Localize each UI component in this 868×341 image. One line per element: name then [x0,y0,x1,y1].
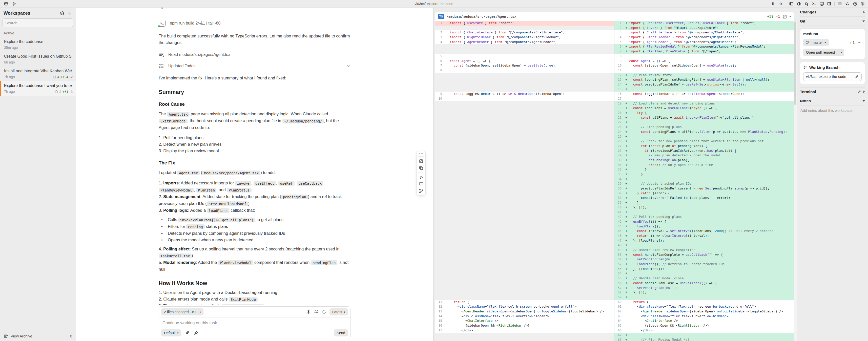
diff-row: 14+ const previousPlanIdsRef = useRef<Se… [614,82,794,87]
line-number: 5 [435,54,444,59]
diff-marker: + [624,106,629,111]
diff-marker: + [624,219,629,224]
pen-button[interactable] [194,331,198,335]
collapse-icon[interactable] [778,1,783,6]
panel-left-icon[interactable] [789,1,794,6]
version-dropdown[interactable]: Latest ▾ [330,308,348,315]
view-archive-button[interactable]: View Archive 0 [0,331,76,341]
text: , and [216,187,227,192]
version-label: Latest [332,310,342,314]
add-workspace-button[interactable] [68,11,73,16]
diff-row: 58+ }, []); [614,290,794,295]
notes-section-header[interactable]: Notes [800,96,865,105]
code-line: // Handle plan review completion [629,248,794,252]
titlebar-left-icons [0,1,17,6]
diff-marker: + [624,177,629,182]
code-line: {/* Plan Review Modal */} [629,337,794,341]
changes-section-header[interactable]: Changes [800,8,865,17]
code-line [629,271,794,276]
theme-icon[interactable] [796,1,801,6]
git-section-header[interactable]: Git [800,17,865,26]
diff-marker: + [624,186,629,191]
diff-marker: + [624,167,629,172]
attach-file-button[interactable] [185,331,190,335]
workspace-item[interactable]: Install and integrate Vibe Kanban Web C7… [0,66,76,81]
code-line: const [sidebarOpen, setSidebarOpen] = us… [629,63,794,68]
search-input[interactable] [3,19,73,27]
workspace-item[interactable]: Explore the codebase I want you to exp7h… [0,81,76,96]
todos-status-icon[interactable] [314,310,319,314]
chat-paragraph: I updated Agent.tsx (medusa/src/pages/Ag… [159,169,350,176]
diff-row: 18+ // Load plans and detect new pending… [614,101,794,106]
diff-row: 27+ for (const plan of pendingPlans) { [614,144,794,149]
diff-row: 68+ {/* Plan Review Modal */} [614,337,794,341]
spark-icon[interactable] [306,310,311,314]
text: , [276,181,278,185]
expand-icon[interactable] [857,90,861,94]
pr-dropdown-button[interactable]: ▾ [838,49,844,56]
more-options-button[interactable]: ⋯ [858,40,862,45]
code-line: useEffect(() => { [629,219,794,224]
tool-call-row[interactable]: >_npm run build 2>&1 | tail -80 [159,20,350,27]
chat-transcript[interactable]: >_npm run build 2>&1 | tail -80The build… [76,8,433,305]
text: ) to add: [260,170,276,175]
toolbar-drag-handle[interactable] [419,153,423,154]
display-icon[interactable] [419,182,423,186]
workspace-time: 35m ago [4,45,18,50]
chevron-down-icon[interactable] [346,64,350,68]
diff-file-header[interactable]: TS /medusa/medusa/src/pages/Agent.tsx +5… [435,12,794,21]
model-dropdown[interactable]: Default ▾ [161,329,181,336]
sign-out-icon[interactable] [12,1,17,6]
working-branch-input[interactable]: vk/3ccf-explore-the-code [803,72,862,81]
preview-off-icon[interactable] [782,14,787,19]
code-line: for (const plan of pendingPlans) { [629,144,794,149]
list-item: 2. Detect when a new plan arrives [159,141,350,148]
pause-icon[interactable] [771,1,775,6]
code-line: import { RightSidebar } from "@/componen… [629,35,794,40]
workspace-item[interactable]: Explore the codebase35m ago [0,37,76,52]
tray-icon[interactable] [4,1,8,6]
megaphone-icon[interactable] [845,1,850,6]
diff-scrollbar[interactable] [794,21,797,341]
panel-right-icon[interactable] [827,1,832,6]
diff-row: 28+ if (!previousPlanIdsRef.current.has(… [614,149,794,153]
terminal-icon[interactable] [812,1,816,6]
code-line: const previousPlanIdsRef = useRef<Set<st… [629,82,794,87]
code-line: import { useState } from "react"; [450,21,614,26]
text: : Added necessary imports for [179,181,235,185]
diff-marker: + [624,153,629,158]
chevron-down-icon[interactable]: ▾ [789,15,791,18]
notes-placeholder[interactable]: Add notes about this workspace... [800,105,865,116]
edit-pencil-icon[interactable] [855,74,859,79]
preview-off-icon[interactable] [419,159,423,163]
line-number: 16 [435,323,444,328]
composer-input-area[interactable]: Continue working on this task... [159,317,350,327]
working-branch-value: vk/3ccf-explore-the-code [806,74,855,79]
files-changed-chip[interactable]: 2 files changed +61 -3 [161,308,204,315]
send-button[interactable]: Send [334,329,348,336]
text: callback that: [229,208,255,213]
menu-icon[interactable] [837,1,842,6]
workspace-item[interactable]: Create Good First Issues on Github So p6… [0,52,76,66]
tool-call-row[interactable]: Updated Todos [159,63,350,68]
settings-icon[interactable] [860,1,865,6]
branch-selector[interactable]: master ▾ [803,39,829,46]
layers-icon[interactable] [60,11,65,16]
diff-row [435,219,614,224]
code-line: </div> [450,328,614,333]
text: The hook script creates a file in [163,304,222,305]
diff-marker: + [624,87,629,92]
line-number: 9 [435,92,444,96]
open-pull-request-button[interactable]: Open pull request [803,49,838,56]
git-branch-icon[interactable] [419,189,423,193]
git-compare-icon[interactable] [804,1,809,6]
tool-call-row[interactable]: Read medusa/src/pages/Agent.tsx [159,52,350,57]
copy-icon[interactable] [419,166,423,170]
terminal-section-header[interactable]: Terminal [800,87,865,96]
diff-marker: + [624,158,629,163]
play-icon[interactable] [419,175,423,180]
diff-editor[interactable]: 1-import { useState } from "react";2impo… [435,21,797,341]
help-icon[interactable] [852,1,857,6]
display-icon[interactable] [819,1,824,6]
text: : Set up a polling interval that runs ev… [190,247,340,251]
